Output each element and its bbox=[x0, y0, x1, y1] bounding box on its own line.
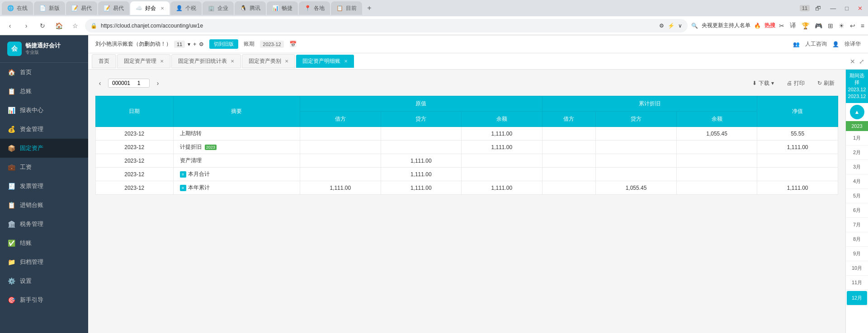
sidebar-item-settings[interactable]: ⚙️ 设置 bbox=[0, 272, 88, 291]
browser-tab-yidai2[interactable]: 📝 易代 bbox=[98, 1, 129, 15]
print-button[interactable]: 🖨 打印 bbox=[783, 78, 808, 89]
sidebar-item-ledger[interactable]: 📋 总账 bbox=[0, 82, 88, 101]
browser-tab-gedi[interactable]: 📍 各地 bbox=[299, 1, 330, 15]
sidebar-item-guide[interactable]: 🎯 新手引导 bbox=[0, 291, 88, 310]
period-month-item[interactable]: 10月 bbox=[846, 261, 868, 276]
period-year[interactable]: 2023 bbox=[846, 121, 868, 131]
sidebar-item-fixed-assets[interactable]: 📦 固定资产 bbox=[0, 139, 88, 158]
tab-asset-detail[interactable]: 固定资产明细账 ✕ bbox=[296, 55, 354, 68]
browser-tab-enterprise[interactable]: 🏢 企业 bbox=[203, 1, 234, 15]
cell-accum-credit bbox=[596, 154, 677, 168]
prev-page-button[interactable]: ‹ bbox=[95, 79, 104, 88]
period-month-item[interactable]: 3月 bbox=[846, 160, 868, 174]
sidebar-item-reports[interactable]: 📊 报表中心 bbox=[0, 101, 88, 120]
reward-icon[interactable]: 🏆 bbox=[802, 22, 809, 29]
cell-orig-balance bbox=[462, 168, 542, 181]
maximize-icon[interactable]: □ bbox=[841, 3, 852, 14]
grid-icon[interactable]: ⊞ bbox=[828, 22, 833, 29]
period-month-item[interactable]: 1月 bbox=[846, 131, 868, 145]
sidebar-item-close[interactable]: ✅ 结账 bbox=[0, 234, 88, 253]
lightning-icon[interactable]: ⚡ bbox=[668, 23, 675, 29]
sidebar-item-invoices[interactable]: 🧾 发票管理 bbox=[0, 177, 88, 196]
cell-orig-debit: 1,111.00 bbox=[300, 181, 381, 195]
dropdown-icon[interactable]: ∨ bbox=[678, 23, 682, 29]
download-button[interactable]: ⬇ 下载 ▾ bbox=[749, 78, 778, 89]
cell-orig-debit bbox=[300, 127, 381, 141]
cell-accum-debit bbox=[542, 141, 596, 154]
menu-icon[interactable]: ≡ bbox=[861, 22, 864, 29]
new-tab-button[interactable]: + bbox=[363, 2, 376, 14]
sidebar-item-purchase-sale[interactable]: 📋 进销台账 bbox=[0, 196, 88, 215]
period-month-item[interactable]: 11月 bbox=[846, 276, 868, 290]
brightness-icon[interactable]: ☀ bbox=[839, 22, 844, 29]
cell-date: 2023-12 bbox=[96, 141, 174, 154]
tab-asset-category[interactable]: 固定资产类别 ✕ bbox=[242, 54, 295, 68]
dropdown-icon[interactable]: ▾ bbox=[188, 41, 190, 47]
back-button[interactable]: ‹ bbox=[4, 19, 16, 32]
browser-tab-geshui[interactable]: 👤 个税 bbox=[170, 1, 202, 15]
tab-depreciation-stat[interactable]: 固定资产折旧统计表 ✕ bbox=[171, 54, 241, 68]
tab-favicon: 🌐 bbox=[7, 5, 14, 11]
minimize-icon[interactable]: — bbox=[826, 3, 840, 14]
browser-tab-new[interactable]: 📄 新版 bbox=[34, 1, 65, 15]
settings-icon[interactable]: ⚙ bbox=[659, 23, 664, 29]
close-window-icon[interactable]: ✕ bbox=[854, 3, 866, 14]
sidebar-item-home[interactable]: 🏠 首页 bbox=[0, 63, 88, 82]
cell-accum-debit bbox=[542, 154, 596, 168]
close-panel-icon[interactable]: ✕ bbox=[850, 58, 855, 65]
bookmark-button[interactable]: ☆ bbox=[69, 19, 81, 32]
settings-circle-icon[interactable]: ⚙ bbox=[199, 41, 204, 47]
translate-icon[interactable]: 译 bbox=[790, 22, 796, 30]
sidebar-logo: 会 畅捷通好会计 专业版 bbox=[0, 35, 88, 63]
close-icon[interactable]: ✕ bbox=[160, 6, 164, 11]
customer-service-label[interactable]: 人工咨询 bbox=[805, 40, 827, 48]
scroll-up-button[interactable]: ▲ bbox=[850, 105, 864, 119]
period-month-item[interactable]: 5月 bbox=[846, 189, 868, 203]
tab-home[interactable]: 首页 bbox=[92, 54, 116, 68]
browser-chrome: 🌐 在线 📄 新版 📝 易代 📝 易代 ☁️ 好会 ✕ 👤 个税 🏢 企业 bbox=[0, 0, 868, 35]
browser-tab-online[interactable]: 🌐 在线 bbox=[2, 1, 33, 15]
reload-button[interactable]: ↻ bbox=[36, 19, 49, 32]
period-month-item[interactable]: 6月 bbox=[846, 203, 868, 218]
page-number-input[interactable] bbox=[132, 80, 146, 86]
sidebar-item-payroll[interactable]: 💼 工资 bbox=[0, 158, 88, 177]
period-month-item[interactable]: 2月 bbox=[846, 145, 868, 160]
close-tab-icon[interactable]: ✕ bbox=[160, 59, 164, 64]
logo-text: 畅捷通好会计 bbox=[25, 42, 61, 50]
close-tab-icon[interactable]: ✕ bbox=[231, 59, 234, 64]
period-month-item[interactable]: 4月 bbox=[846, 174, 868, 189]
home-button[interactable]: 🏠 bbox=[52, 19, 65, 32]
close-tab-icon[interactable]: ✕ bbox=[285, 59, 288, 64]
refresh-button[interactable]: ↻ 刷新 bbox=[814, 78, 838, 89]
browser-tab-haohui[interactable]: ☁️ 好会 ✕ bbox=[130, 1, 170, 15]
period-month-item[interactable]: 7月 bbox=[846, 218, 868, 232]
game-icon[interactable]: 🎮 bbox=[815, 22, 822, 29]
table-row: 2023-12 资产清理 1,111.00 bbox=[96, 154, 838, 168]
maximize-panel-icon[interactable]: ⤢ bbox=[859, 58, 864, 65]
search-icon[interactable]: 🔍 bbox=[691, 23, 698, 29]
browser-tab-tencent[interactable]: 🐧 腾讯 bbox=[235, 1, 266, 15]
url-bar[interactable]: 🔒 https://cloud.chanjet.com/accounting/u… bbox=[85, 19, 688, 33]
cell-accum-balance bbox=[676, 141, 757, 154]
close-tab-icon[interactable]: ✕ bbox=[344, 59, 348, 64]
browser-tab-changjie[interactable]: 📊 畅捷 bbox=[267, 1, 298, 15]
switch-version-button[interactable]: 切到旧版 bbox=[209, 39, 238, 49]
browser-tab-yidai1[interactable]: 📝 易代 bbox=[66, 1, 97, 15]
cell-date: 2023-12 bbox=[96, 127, 174, 141]
guide-icon: 🎯 bbox=[7, 296, 15, 304]
period-month-item[interactable]: 12月 bbox=[847, 291, 867, 305]
tab-asset-mgmt[interactable]: 固定资产管理 ✕ bbox=[117, 54, 170, 68]
forward-button[interactable]: › bbox=[20, 19, 33, 32]
sidebar-item-funds[interactable]: 💰 资金管理 bbox=[0, 120, 88, 139]
cut-icon[interactable]: ✂ bbox=[779, 22, 784, 29]
calendar-icon[interactable]: 📅 bbox=[289, 41, 297, 47]
restore-window-icon[interactable]: 🗗 bbox=[811, 3, 825, 14]
next-page-button[interactable]: › bbox=[153, 79, 162, 88]
period-month-item[interactable]: 9月 bbox=[846, 247, 868, 261]
period-month-item[interactable]: 8月 bbox=[846, 232, 868, 247]
undo-icon[interactable]: ↩ bbox=[850, 22, 855, 29]
sidebar-item-tax[interactable]: 🏛️ 税务管理 bbox=[0, 215, 88, 234]
browser-tab-muqian[interactable]: 📋 目前 bbox=[331, 1, 362, 15]
sidebar-item-archive[interactable]: 📁 归档管理 bbox=[0, 253, 88, 272]
add-icon[interactable]: + bbox=[193, 41, 196, 47]
